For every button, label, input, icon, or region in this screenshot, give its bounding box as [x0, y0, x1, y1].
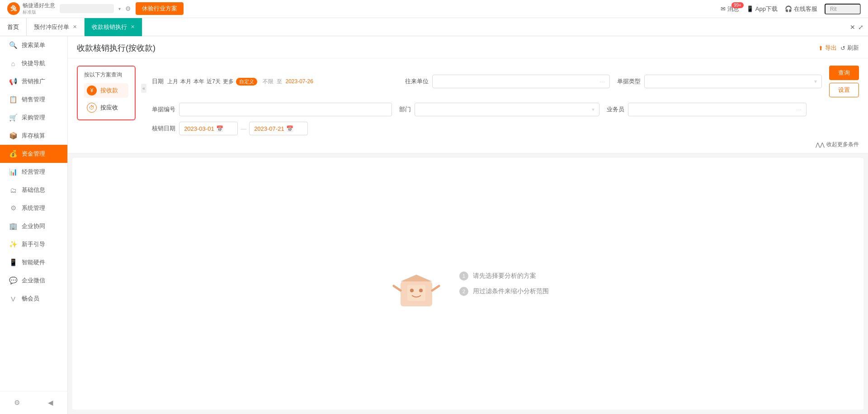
tab-receipt-close-icon[interactable]: ✕ [131, 24, 135, 30]
chevron-up-icon: ⋀⋀ [816, 142, 825, 148]
system-icon: ⚙ [9, 204, 17, 212]
collapse-side-btn[interactable]: « [141, 84, 146, 93]
enterprise-icon: 🏢 [9, 222, 17, 230]
refresh-label: 刷新 [847, 44, 859, 52]
message-area[interactable]: ✉ 消息 99+ [721, 5, 739, 13]
page-header-actions: ⬆ 导出 ↺ 刷新 [818, 44, 859, 52]
sidebar-item-sales[interactable]: 📋 销售管理 [0, 90, 67, 109]
sidebar-item-inventory[interactable]: 📦 库存核算 [0, 127, 67, 145]
online-service-link[interactable]: 🎧 在线客服 [785, 5, 817, 13]
date-label: 日期 [152, 77, 164, 86]
query-button[interactable]: 查询 [829, 66, 859, 80]
header-left: 兔 畅捷通好生意 标准版 ▾ ⚙ 休验行业方案 [7, 2, 184, 15]
verify-date-inputs: 2023-03-01 📅 — 2023-07-21 📅 [179, 122, 308, 135]
tab-prepay[interactable]: 预付冲应付单 ✕ [27, 18, 85, 36]
export-button[interactable]: ⬆ 导出 [818, 44, 837, 52]
operations-icon: 📊 [9, 168, 17, 176]
partner-field: 往来单位 ··· [405, 75, 610, 88]
user-info-input[interactable] [825, 4, 861, 14]
sidebar-item-marketing[interactable]: 📢 营销推广 [0, 72, 67, 90]
logo-icon: 兔 [7, 2, 20, 15]
sidebar-item-nav[interactable]: ⌂ 快捷导航 [0, 54, 67, 72]
industry-btn[interactable]: 休验行业方案 [136, 2, 184, 15]
gear-icon[interactable]: ⚙ [125, 5, 131, 12]
date-end-value: 2023-07-26 [286, 78, 313, 85]
sidebar-label-inventory: 库存核算 [22, 132, 45, 140]
tab-home[interactable]: 首页 [0, 18, 27, 36]
shortcut-this-month[interactable]: 本月 [180, 78, 191, 86]
empty-steps: 1 请先选择要分析的方案 2 用过滤条件来缩小分析范围 [459, 271, 549, 296]
sidebar-label-member: 畅会员 [22, 295, 39, 303]
sidebar-item-search[interactable]: 🔍 搜索菜单 [0, 36, 67, 54]
department-arrow-icon: ▾ [592, 106, 594, 113]
sales-rep-input[interactable]: ··· [628, 103, 807, 116]
doc-type-input[interactable]: ▾ [644, 75, 822, 88]
refresh-icon: ↺ [840, 45, 845, 52]
sidebar-item-member[interactable]: V 畅会员 [0, 290, 67, 308]
sidebar-item-system[interactable]: ⚙ 系统管理 [0, 199, 67, 217]
empty-step-2: 2 用过滤条件来缩小分析范围 [459, 287, 549, 296]
sidebar-item-basic-info[interactable]: 🗂 基础信息 [0, 181, 67, 199]
department-field: 部门 ▾ [399, 103, 599, 116]
filter-row-3: 核销日期 2023-03-01 📅 — 2023-07-21 📅 [152, 122, 859, 135]
shortcut-this-year[interactable]: 本年 [193, 78, 204, 86]
top-header: 兔 畅捷通好生意 标准版 ▾ ⚙ 休验行业方案 ✉ 消息 99+ 📱 App下载… [0, 0, 868, 18]
filter-scheme-title: 按以下方案查询 [84, 71, 128, 79]
doc-number-input[interactable] [179, 103, 392, 116]
filter-option-by-receivable[interactable]: ⏱ 按应收 [84, 100, 128, 115]
receipt-option-label: 按收款 [100, 86, 118, 95]
shortcut-7days[interactable]: 近7天 [207, 78, 221, 86]
collapse-arrow-area: « [141, 84, 146, 93]
step2-num: 2 [459, 287, 468, 296]
verify-date-end-input[interactable]: 2023-07-21 📅 [249, 122, 308, 135]
main-layout: 🔍 搜索菜单 ⌂ 快捷导航 📢 营销推广 📋 销售管理 🛒 采购管理 📦 库存核… [0, 36, 868, 414]
sidebar-label-finance: 资金管理 [22, 150, 45, 158]
sales-rep-field: 业务员 ··· [607, 103, 807, 116]
doc-number-label: 单据编号 [152, 105, 175, 114]
custom-date-badge[interactable]: 自定义 [236, 78, 257, 86]
sales-rep-dots-icon: ··· [796, 106, 802, 113]
verify-date-separator: — [241, 125, 246, 132]
sidebar-item-enterprise[interactable]: 🏢 企业协同 [0, 217, 67, 235]
empty-state: 1 请先选择要分析的方案 2 用过滤条件来缩小分析范围 [72, 158, 863, 409]
step1-text: 请先选择要分析的方案 [473, 272, 536, 280]
refresh-button[interactable]: ↺ 刷新 [840, 44, 859, 52]
sidebar-item-guide[interactable]: ✨ 新手引导 [0, 235, 67, 253]
settings-button[interactable]: 设置 [829, 83, 859, 97]
tab-close-btn[interactable]: ✕ [850, 24, 855, 31]
filter-option-by-receipt[interactable]: ¥ 按收款 [84, 83, 128, 98]
page-header: 收款核销执行(按收款) ⬆ 导出 ↺ 刷新 [68, 36, 868, 58]
date-shortcuts-group: 上月 本月 本年 近7天 更多 自定义 [167, 78, 257, 86]
step1-num: 1 [459, 271, 468, 281]
verify-date-start-input[interactable]: 2023-03-01 📅 [179, 122, 238, 135]
sidebar-collapse-btn[interactable]: ◀ [45, 396, 56, 409]
export-label: 导出 [825, 44, 837, 52]
partner-input[interactable]: ··· [432, 75, 610, 88]
collapse-more-button[interactable]: ⋀⋀ 收起更多条件 [816, 141, 859, 148]
inventory-icon: 📦 [9, 132, 17, 140]
tab-receipt[interactable]: 收款核销执行 ✕ [85, 18, 142, 36]
partner-dots-icon: ··· [599, 78, 605, 85]
shortcut-more[interactable]: 更多 [223, 78, 234, 86]
doc-number-field: 单据编号 [152, 103, 392, 116]
app-download-link[interactable]: 📱 App下载 [746, 5, 778, 13]
shortcut-last-month[interactable]: 上月 [167, 78, 178, 86]
tab-expand-btn[interactable]: ⤢ [858, 24, 863, 31]
sidebar-item-hardware[interactable]: 📱 智能硬件 [0, 253, 67, 271]
sidebar-item-finance[interactable]: 💰 资金管理 [0, 145, 67, 163]
sidebar-item-operations[interactable]: 📊 经营管理 [0, 163, 67, 181]
wechat-icon: 💬 [9, 276, 17, 285]
doc-type-field: 单据类型 ▾ [617, 75, 822, 88]
sidebar-item-wechat[interactable]: 💬 企业微信 [0, 271, 67, 290]
breadcrumb-input[interactable] [60, 4, 114, 13]
message-icon: ✉ [721, 5, 726, 12]
sidebar-settings-btn[interactable]: ⚙ [11, 396, 23, 409]
sidebar-item-purchase[interactable]: 🛒 采购管理 [0, 109, 67, 127]
tab-prepay-close-icon[interactable]: ✕ [73, 24, 77, 30]
marketing-icon: 📢 [9, 77, 17, 86]
doc-type-arrow-icon: ▾ [814, 78, 817, 85]
receipt-option-icon: ¥ [87, 86, 97, 95]
message-badge: 99+ [731, 2, 744, 8]
department-input[interactable]: ▾ [415, 103, 599, 116]
doc-type-label: 单据类型 [617, 77, 641, 86]
